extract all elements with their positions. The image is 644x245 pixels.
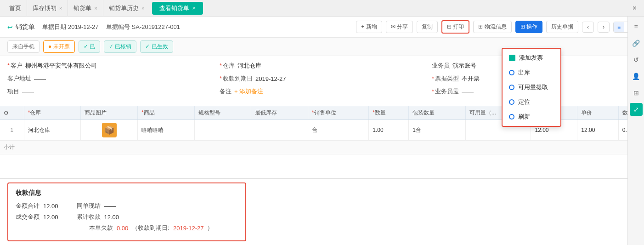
tab-sales[interactable]: 销货单 ×	[68, 0, 103, 17]
tab-inventory[interactable]: 库存期初 ×	[27, 0, 68, 17]
close-window-button[interactable]: ×	[629, 4, 640, 12]
balance-item: 本单欠款 0.00 （收款到期日: 2019-12-27 ）	[89, 224, 213, 232]
available-qty-item[interactable]: 可用量提取	[503, 80, 560, 95]
staff2-value: ——	[462, 88, 474, 95]
note-field: 备注 + 添加备注	[220, 87, 424, 96]
add-note-btn[interactable]: + 添加备注	[234, 87, 263, 96]
refresh-label: 刷新	[518, 113, 530, 121]
tab-bar: 首页 库存期初 × 销货单 × 销货单历史 × 查看销货单 × ×	[0, 0, 644, 17]
row-product: 嘻嘻嘻嘻	[138, 120, 195, 141]
add-invoice-item[interactable]: 添加发票	[503, 51, 560, 65]
project-label: 项目	[7, 87, 19, 96]
sidebar-refresh-icon[interactable]: ↺	[630, 53, 643, 66]
row-model	[194, 120, 251, 141]
logistics-button[interactable]: ⊞ 物流信息	[473, 21, 511, 33]
copy-button[interactable]: 复制	[417, 21, 438, 33]
cumulative-item: 累计收款 12.00	[77, 213, 119, 221]
same-order-item: 同单现结 ——	[77, 202, 116, 210]
col-image: 商品图片	[81, 106, 138, 120]
available-qty-label: 可用量提取	[518, 83, 548, 91]
add-invoice-icon	[509, 55, 515, 61]
customer-value[interactable]: 柳州粤港平安气体有限公司	[25, 62, 97, 70]
warehouse-label: 仓库	[220, 62, 235, 70]
dropdown-overlay: 添加发票 出库 可用量提取 定位 刷新	[502, 48, 561, 127]
not-opened-btn[interactable]: ● 未开票	[43, 40, 75, 53]
close-inventory-tab[interactable]: ×	[59, 6, 62, 11]
note-label: 备注	[220, 87, 232, 96]
print-button[interactable]: ⊟ 打印	[441, 20, 469, 34]
due-date-label: 收款到期日	[220, 74, 253, 83]
operate-dropdown: 添加发票 出库 可用量提取 定位 刷新	[502, 48, 561, 127]
col-unit: *销售单位	[308, 106, 369, 120]
refresh-item[interactable]: 刷新	[503, 109, 560, 124]
balance-label: 本单欠款	[89, 224, 113, 232]
document-title: ↩ 销货单	[7, 23, 35, 31]
col-settings[interactable]: ⚙	[0, 106, 24, 120]
row-unit-price: 12.00	[577, 120, 618, 141]
history-button[interactable]: 历史单据	[546, 21, 578, 33]
warehouse-value[interactable]: 河北仓库	[237, 62, 261, 70]
col-unit-price: 单价	[577, 106, 618, 120]
prev-button[interactable]: ‹	[582, 22, 594, 33]
close-view-tab[interactable]: ×	[192, 5, 196, 11]
from-phone-btn[interactable]: 来自手机	[7, 40, 40, 53]
list-view-btn[interactable]: ≡	[614, 22, 624, 32]
col-quantity: *数量	[369, 106, 409, 120]
main-content: ↩ 销货单 单据日期 2019-12-27 单据编号 SA-20191227-0…	[0, 17, 644, 245]
next-button[interactable]: ›	[598, 22, 610, 33]
out-stock-icon	[509, 70, 514, 75]
share-button[interactable]: ✉ 分享	[386, 21, 413, 33]
warehouse-field: 仓库 河北仓库	[220, 62, 424, 70]
sidebar-user-icon[interactable]: 👤	[630, 70, 643, 83]
sidebar-link-icon[interactable]: 🔗	[630, 37, 643, 50]
right-sidebar: ≡ 🔗 ↺ 👤 ⊞ ⤢	[627, 17, 644, 245]
address-label: 客户地址	[7, 74, 31, 83]
transaction-value: 12.00	[43, 214, 58, 221]
row-image: 📦	[81, 120, 138, 141]
cumulative-label: 累计收款	[77, 213, 101, 221]
tab-home[interactable]: 首页	[4, 0, 27, 17]
doc-date-label: 单据日期 2019-12-27	[42, 23, 99, 31]
row-warehouse: 河北仓库	[24, 120, 81, 141]
close-sales-tab[interactable]: ×	[94, 6, 97, 11]
effective-btn[interactable]: ✓ 已生效	[140, 40, 173, 53]
ticket-type-label: 票据类型	[432, 74, 459, 83]
tab-sales-history[interactable]: 销货单历史 ×	[103, 0, 150, 17]
refresh-icon	[509, 114, 514, 120]
add-invoice-label: 添加发票	[519, 54, 543, 62]
new-button[interactable]: + 新增	[356, 21, 382, 33]
sidebar-expand-icon[interactable]: ⤢	[630, 103, 643, 116]
transaction-item: 成交金额 12.00	[16, 213, 58, 221]
out-stock-item[interactable]: 出库	[503, 65, 560, 80]
sidebar-list-icon[interactable]: ≡	[630, 20, 643, 33]
staff-value: 演示账号	[452, 62, 476, 70]
tab-view-sales[interactable]: 查看销货单 ×	[152, 2, 203, 15]
customer-label: 客户	[7, 62, 23, 70]
sidebar-table-icon[interactable]: ⊞	[630, 86, 643, 99]
staff-label: 业务员	[432, 62, 450, 70]
locate-icon	[509, 99, 514, 105]
subtotal-label: 小计	[0, 141, 644, 154]
doc-type-label: 销货单	[16, 23, 35, 31]
cancelled-btn[interactable]: ✓ 已核销	[104, 40, 136, 53]
row-quantity: 1.00	[369, 120, 409, 141]
staff2-label: 业务员盂	[432, 87, 459, 96]
col-warehouse: *仓库	[24, 106, 81, 120]
row-num: 1	[0, 120, 24, 141]
customer-field: 客户 柳州粤港平安气体有限公司	[7, 62, 212, 70]
document-meta: 单据日期 2019-12-27 单据编号 SA-20191227-001	[42, 23, 180, 31]
cumulative-value: 12.00	[104, 214, 119, 221]
payment-box: 收款信息 金额合计 12.00 同单现结 —— 成交金额 12.00 累计收款	[7, 182, 246, 241]
close-history-tab[interactable]: ×	[141, 6, 144, 11]
operate-button[interactable]: ⊞ 操作	[515, 21, 542, 33]
check-btn[interactable]: ✓ 已	[79, 40, 100, 53]
row-unit: 台	[308, 120, 369, 141]
payment-row-1: 金额合计 12.00 同单现结 ——	[16, 202, 238, 210]
locate-item[interactable]: 定位	[503, 95, 560, 109]
payment-title: 收款信息	[16, 189, 238, 197]
document-actions: + 新增 ✉ 分享 复制 ⊟ 打印 ⊞ 物流信息 ⊞ 操作 历史单据 ‹ › ≡…	[356, 20, 637, 34]
row-pack-qty: 1台	[409, 120, 466, 141]
total-label: 金额合计	[16, 202, 40, 210]
total-value: 12.00	[43, 203, 58, 210]
payment-section: 收款信息 金额合计 12.00 同单现结 —— 成交金额 12.00 累计收款	[0, 178, 644, 245]
